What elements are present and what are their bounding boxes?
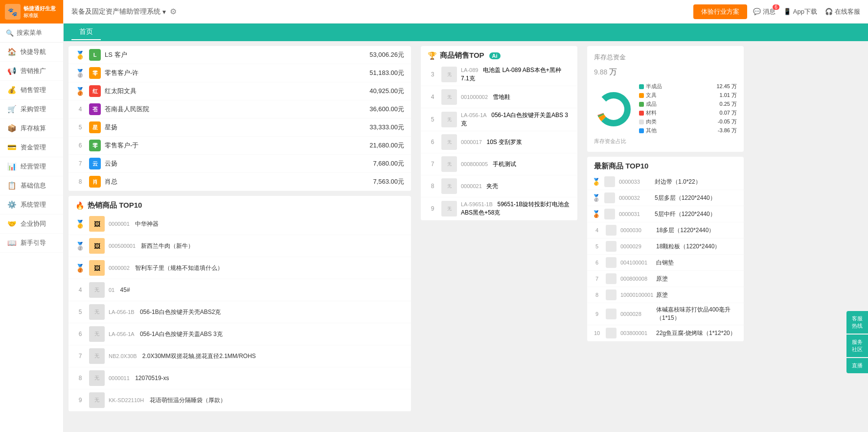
svg-point-4: [603, 98, 624, 120]
pr-rank: 4: [428, 94, 437, 100]
trophy-icon: 🏆: [428, 51, 437, 60]
product-name: 2.0X30MM双搓花轴,搓花直径2.1MM/ROHS: [142, 353, 256, 360]
product-thumbnail: 🖼: [89, 216, 105, 232]
customer-avatar: 肖: [89, 176, 101, 188]
new-product-row: 8 10000100001 原塗: [587, 287, 744, 303]
online-service-btn[interactable]: 🎧 在线客服: [825, 7, 860, 16]
sidebar-item-2[interactable]: 💰销售管理: [0, 81, 63, 100]
legend-value: 12.45 万: [716, 83, 737, 90]
pr-code: 000800005: [461, 161, 488, 167]
pr-thumb: 无: [441, 67, 457, 82]
np-name: 封边带（1.0*22）: [655, 178, 739, 186]
legend-dot: [639, 128, 644, 133]
customer-rank-row: 6 零 零售客户-于 21,680.00元: [69, 137, 411, 155]
system-title-dropdown[interactable]: 装备及固定资产辅助管理系统 ▾: [71, 7, 166, 16]
legend-item: 其他 -3.86 万: [639, 127, 737, 134]
new-product-row: 6 004100001 白钢垫: [587, 255, 744, 271]
float-btn-0[interactable]: 客服 热线: [846, 311, 868, 334]
customer-amount: 36,600.00元: [369, 105, 404, 114]
customer-rank-row: 🥈 零 零售客户-许 51,183.00元: [69, 64, 411, 82]
product-name: 花语萌恒温分隔睡袋（厚款）: [150, 397, 226, 404]
product-rank-panel: 🏆 商品销售TOP Ai 3 无 LA-089 电池盖 LA-089 ABS本色…: [416, 41, 582, 432]
np-name: 原塗: [656, 291, 739, 299]
message-badge: 6: [773, 4, 779, 10]
customer-avatar: 红: [89, 85, 101, 97]
sidebar-item-1[interactable]: 📢营销推广: [0, 62, 63, 81]
product-info: 01 45#: [109, 287, 404, 293]
legend-dot: [639, 111, 644, 116]
customer-amount: 53,006.26元: [369, 50, 404, 59]
medal-silver-icon: 🥈: [75, 69, 85, 78]
product-thumbnail: 无: [89, 304, 105, 320]
np-rank: 8: [592, 292, 602, 298]
new-products-list: 🥇 0000033 封边带（1.0*22） 🥈 0000032 5层多层（122…: [587, 174, 744, 341]
nav-label-9: 企业协同: [21, 219, 46, 228]
tab-home[interactable]: 首页: [71, 24, 101, 40]
sidebar-item-0[interactable]: 🏠快捷导航: [0, 43, 63, 62]
sidebar-item-10[interactable]: 📖新手引导: [0, 234, 63, 253]
product-rank-row: 6 无 0000017 10S 变刮罗浆: [421, 131, 577, 153]
pr-thumb: 无: [441, 201, 457, 216]
pr-name: 手机测试: [493, 161, 516, 168]
legend-label: 肉类: [646, 118, 716, 125]
float-btn-1[interactable]: 服务 社区: [846, 335, 868, 357]
np-name: 18颗粒板（1220*2440）: [656, 242, 739, 251]
experience-btn[interactable]: 体验行业方案: [693, 4, 747, 19]
nav-icon-7: 📋: [7, 181, 17, 190]
sidebar-item-3[interactable]: 🛒采购管理: [0, 100, 63, 119]
pr-thumb: 无: [441, 178, 457, 194]
logo-text: 畅捷通好生意 标准版: [23, 5, 56, 18]
sidebar-item-9[interactable]: 🤝企业协同: [0, 215, 63, 234]
nav-icon-2: 💰: [7, 86, 17, 95]
product-info: LA-056-1B 056-1B白色按键开关壳ABS2克: [109, 308, 404, 316]
pr-rank: 9: [428, 205, 437, 212]
hot-product-row: 4 无 01 45#: [69, 279, 411, 301]
customer-name: 零售客户-许: [105, 69, 365, 77]
customer-name: 云扬: [105, 159, 369, 168]
nav-icon-8: ⚙️: [7, 200, 17, 209]
nav-icon-4: 📦: [7, 124, 17, 133]
customer-name: 红太阳文具: [105, 87, 365, 96]
sidebar-nav: 🏠快捷导航📢营销推广💰销售管理🛒采购管理📦库存核算💳资金管理📊经营管理📋基础信息…: [0, 43, 63, 253]
np-code: 004100001: [620, 260, 652, 265]
sidebar-item-7[interactable]: 📋基础信息: [0, 176, 63, 195]
settings-icon[interactable]: ⚙: [170, 7, 177, 16]
sidebar-item-4[interactable]: 📦库存核算: [0, 119, 63, 138]
content: 🥇 L LS 客户 53,006.26元 🥈 零 零售客户-许 51,183.0…: [64, 41, 868, 432]
pr-rank: 8: [428, 183, 437, 190]
legend-item: 肉类 -0.05 万: [639, 118, 737, 125]
pr-thumb: 无: [441, 112, 457, 127]
pr-info: LA-59651-1B 59651-1B旋转投影灯电池盒ABS黑色+58克: [461, 200, 571, 217]
sidebar-item-8[interactable]: ⚙️系统管理: [0, 195, 63, 215]
float-buttons: 客服 热线服务 社区直播: [846, 311, 868, 373]
product-code: 000500001: [109, 243, 136, 249]
app-logo: 🐾 畅捷通好生意 标准版: [0, 0, 63, 24]
inventory-legend: 半成品 12.45 万 文具 1.01 万 成品 0.25 万 材料 0.07 …: [639, 83, 737, 136]
legend-item: 文具 1.01 万: [639, 92, 737, 99]
new-products-card: 最新商品 TOP10 🥇 0000033 封边带（1.0*22） 🥈 00000…: [587, 157, 744, 341]
new-product-row: 5 0000029 18颗粒板（1220*2440）: [587, 239, 744, 255]
inventory-subtitle: 库存资金占比: [594, 138, 737, 145]
product-rank-row: 8 无 0000021 夹壳: [421, 175, 577, 197]
float-btn-2[interactable]: 直播: [846, 358, 868, 373]
rank-num: 7: [75, 353, 85, 360]
app-download-btn[interactable]: 📱 App下载: [783, 7, 817, 16]
product-info: NB2.0X30B 2.0X30MM双搓花轴,搓花直径2.1MM/ROHS: [109, 352, 404, 360]
product-name: 12070519-xs: [135, 375, 169, 382]
customer-avatar: L: [89, 49, 101, 61]
legend-item: 成品 0.25 万: [639, 100, 737, 108]
np-thumb: [604, 209, 615, 219]
customer-amount: 33,333.00元: [369, 123, 404, 132]
search-menu[interactable]: 🔍 搜索菜单: [0, 24, 63, 43]
pr-code: LA-056-1A: [461, 112, 487, 118]
rank-num: 6: [75, 142, 85, 149]
sidebar-item-6[interactable]: 📊经营管理: [0, 157, 63, 176]
sidebar-item-5[interactable]: 💳资金管理: [0, 138, 63, 157]
legend-dot: [639, 102, 644, 107]
pr-thumb: 无: [441, 134, 457, 150]
customer-rank-row: 8 肖 肖总 7,563.00元: [69, 173, 411, 191]
message-btn[interactable]: 💬 消息 6: [753, 7, 776, 16]
customer-name: LS 客户: [105, 50, 365, 59]
rank-num: 4: [75, 106, 85, 113]
product-code: 01: [109, 287, 114, 293]
